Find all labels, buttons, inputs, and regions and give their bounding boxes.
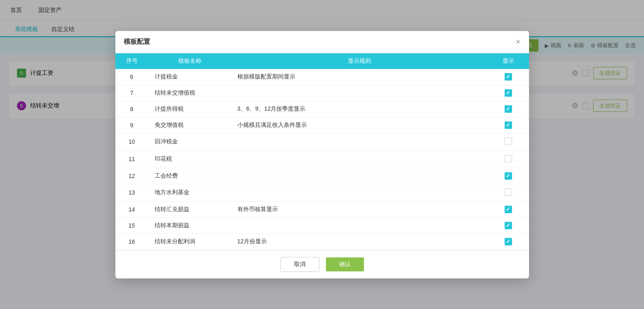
- cell-seq-9: 15: [115, 217, 148, 233]
- modal-template-config: 模板配置 × 序号 模板名称 显示规则 显示 6计提税金根据模版配置期间: [115, 31, 529, 278]
- background-page: 首页 固定资产 系统模板 自定义结 测算金额 ▶ 视频 ↻ 刷新 ⚙ 模板配置 …: [0, 0, 644, 309]
- cell-rule-9: [231, 217, 488, 233]
- cell-seq-6: 12: [115, 168, 148, 184]
- table-row: 16结转未分配利润12月份显示: [115, 233, 529, 250]
- cell-seq-4: 10: [115, 133, 148, 150]
- cell-show-1[interactable]: [488, 85, 529, 101]
- cell-seq-1: 7: [115, 85, 148, 101]
- cell-show-0[interactable]: [488, 69, 529, 85]
- col-header-seq: 序号: [115, 53, 148, 69]
- cell-name-9: 结转本期损益: [148, 217, 231, 233]
- cell-rule-10: 12月份显示: [231, 233, 488, 250]
- cell-show-6[interactable]: [488, 168, 529, 184]
- cell-name-5: 印花税: [148, 150, 231, 168]
- checkbox-unchecked-4[interactable]: [505, 138, 512, 145]
- table-row: 11印花税: [115, 150, 529, 168]
- cell-name-7: 地方水利基金: [148, 184, 231, 201]
- checkbox-checked-10[interactable]: [505, 238, 512, 245]
- cell-show-8[interactable]: [488, 201, 529, 217]
- col-header-rule: 显示规则: [231, 53, 488, 69]
- modal-close-button[interactable]: ×: [516, 38, 521, 46]
- cell-seq-10: 16: [115, 233, 148, 250]
- col-header-name: 模板名称: [148, 53, 231, 69]
- table-row: 14结转汇兑损益有外币核算显示: [115, 201, 529, 217]
- modal-header: 模板配置 ×: [115, 31, 529, 53]
- cell-show-10[interactable]: [488, 233, 529, 250]
- table-header-row: 序号 模板名称 显示规则 显示: [115, 53, 529, 69]
- cancel-button[interactable]: 取消: [280, 257, 319, 272]
- cell-rule-2: 3、6、9、12月按季度显示: [231, 101, 488, 117]
- cell-name-0: 计提税金: [148, 69, 231, 85]
- checkbox-checked-6[interactable]: [505, 172, 512, 180]
- cell-show-2[interactable]: [488, 101, 529, 117]
- cell-name-1: 结转未交增值税: [148, 85, 231, 101]
- cell-show-7[interactable]: [488, 184, 529, 201]
- checkbox-checked-0[interactable]: [505, 73, 512, 81]
- modal-footer: 取消 确认: [115, 250, 529, 278]
- cell-show-4[interactable]: [488, 133, 529, 150]
- table-row: 15结转本期损益: [115, 217, 529, 233]
- checkbox-checked-8[interactable]: [505, 206, 512, 213]
- cell-rule-3: 小规模且满足收入条件显示: [231, 117, 488, 133]
- cell-rule-8: 有外币核算显示: [231, 201, 488, 217]
- checkbox-checked-3[interactable]: [505, 121, 512, 129]
- cell-name-6: 工会经费: [148, 168, 231, 184]
- table-row: 12工会经费: [115, 168, 529, 184]
- checkbox-checked-1[interactable]: [505, 89, 512, 97]
- modal-body: 序号 模板名称 显示规则 显示 6计提税金根据模版配置期间显示7结转未交增值税8…: [115, 53, 529, 250]
- cell-rule-0: 根据模版配置期间显示: [231, 69, 488, 85]
- checkbox-checked-9[interactable]: [505, 222, 512, 229]
- cell-rule-1: [231, 85, 488, 101]
- cell-rule-6: [231, 168, 488, 184]
- table-row: 10回冲税金: [115, 133, 529, 150]
- cell-name-4: 回冲税金: [148, 133, 231, 150]
- table-row: 13地方水利基金: [115, 184, 529, 201]
- cell-seq-3: 9: [115, 117, 148, 133]
- modal-overlay: 模板配置 × 序号 模板名称 显示规则 显示 6计提税金根据模版配置期间: [0, 0, 644, 309]
- table-body: 6计提税金根据模版配置期间显示7结转未交增值税8计提所得税3、6、9、12月按季…: [115, 69, 529, 250]
- cell-name-8: 结转汇兑损益: [148, 201, 231, 217]
- cell-rule-4: [231, 133, 488, 150]
- cell-name-2: 计提所得税: [148, 101, 231, 117]
- cell-show-9[interactable]: [488, 217, 529, 233]
- modal-title: 模板配置: [124, 38, 150, 46]
- cell-seq-8: 14: [115, 201, 148, 217]
- table-row: 6计提税金根据模版配置期间显示: [115, 69, 529, 85]
- cell-show-5[interactable]: [488, 150, 529, 168]
- cell-rule-7: [231, 184, 488, 201]
- cell-seq-7: 13: [115, 184, 148, 201]
- checkbox-unchecked-7[interactable]: [505, 188, 512, 196]
- cell-rule-5: [231, 150, 488, 168]
- table-row: 9免交增值税小规模且满足收入条件显示: [115, 117, 529, 133]
- cell-seq-2: 8: [115, 101, 148, 117]
- checkbox-checked-2[interactable]: [505, 105, 512, 113]
- config-table: 序号 模板名称 显示规则 显示 6计提税金根据模版配置期间显示7结转未交增值税8…: [115, 53, 529, 250]
- col-header-show: 显示: [488, 53, 529, 69]
- cell-show-3[interactable]: [488, 117, 529, 133]
- cell-name-3: 免交增值税: [148, 117, 231, 133]
- cell-seq-0: 6: [115, 69, 148, 85]
- cell-name-10: 结转未分配利润: [148, 233, 231, 250]
- table-row: 7结转未交增值税: [115, 85, 529, 101]
- table-row: 8计提所得税3、6、9、12月按季度显示: [115, 101, 529, 117]
- cell-seq-5: 11: [115, 150, 148, 168]
- confirm-button[interactable]: 确认: [326, 257, 364, 271]
- checkbox-unchecked-5[interactable]: [505, 155, 512, 162]
